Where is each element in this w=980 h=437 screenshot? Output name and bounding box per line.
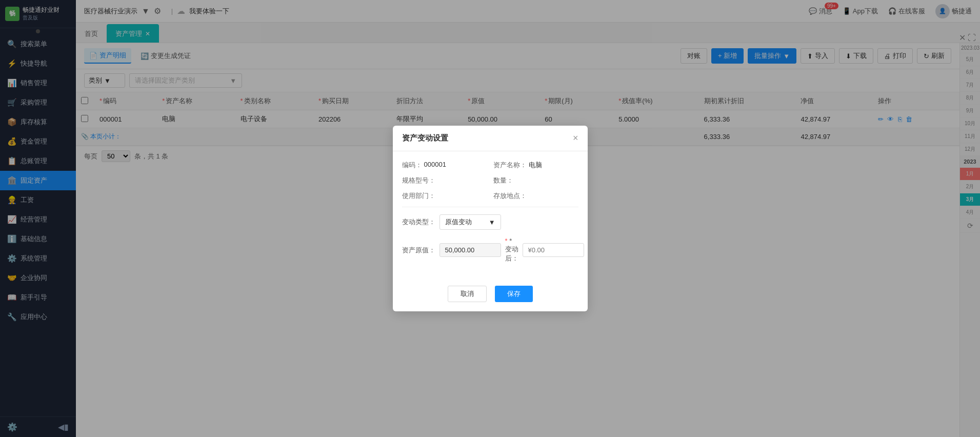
modal-spec-field: 规格型号：: [402, 176, 487, 185]
modal-row-3: 使用部门： 存放地点：: [402, 191, 578, 201]
modal-code-field: 编码： 000001: [402, 161, 487, 170]
modal-code-label: 编码：: [402, 161, 422, 170]
modal-original-value-input: 50,000.00: [439, 243, 501, 257]
modal-original-value-label: 资产原值：: [402, 246, 435, 255]
modal-quantity-field: 数量：: [493, 176, 578, 185]
modal-quantity-label: 数量：: [493, 176, 513, 185]
modal-asset-name-label: 资产名称：: [493, 161, 527, 170]
modal-change-type-select[interactable]: 原值变动 ▼: [439, 214, 501, 230]
select-dropdown-icon: ▼: [489, 218, 495, 226]
modal-asset-name-field: 资产名称： 电脑: [493, 161, 578, 170]
modal-location-label: 存放地点：: [493, 191, 527, 201]
modal-row-2: 规格型号： 数量：: [402, 176, 578, 185]
modal-after-change-label: * * 变动后：: [505, 237, 518, 263]
modal-change-type-row: 变动类型： 原值变动 ▼: [402, 214, 578, 230]
modal-spec-label: 规格型号：: [402, 176, 435, 185]
modal-footer: 取消 保存: [393, 280, 588, 311]
modal-overlay: 资产变动设置 × 编码： 000001 资产名称： 电脑 规格型号：: [0, 0, 980, 437]
modal-dept-label: 使用部门：: [402, 191, 435, 201]
modal-body: 编码： 000001 资产名称： 电脑 规格型号： 数量：: [393, 151, 588, 280]
modal-change-type-label: 变动类型：: [402, 217, 435, 227]
modal-close-icon[interactable]: ×: [573, 133, 578, 144]
save-button[interactable]: 保存: [495, 286, 533, 302]
modal-location-field: 存放地点：: [493, 191, 578, 201]
modal-divider: [402, 207, 578, 207]
modal-code-value: 000001: [424, 161, 446, 170]
modal-asset-name-value: 电脑: [529, 161, 542, 170]
modal-change-type-value: 原值变动: [445, 217, 472, 227]
modal-row-1: 编码： 000001 资产名称： 电脑: [402, 161, 578, 170]
modal-dept-field: 使用部门：: [402, 191, 487, 201]
cancel-button[interactable]: 取消: [448, 286, 487, 302]
modal-header: 资产变动设置 ×: [393, 126, 588, 151]
modal-after-change-input[interactable]: [523, 243, 584, 257]
modal-title: 资产变动设置: [402, 133, 448, 143]
asset-change-modal: 资产变动设置 × 编码： 000001 资产名称： 电脑 规格型号：: [393, 126, 588, 311]
modal-value-row: 资产原值： 50,000.00 * * 变动后：: [402, 237, 578, 263]
